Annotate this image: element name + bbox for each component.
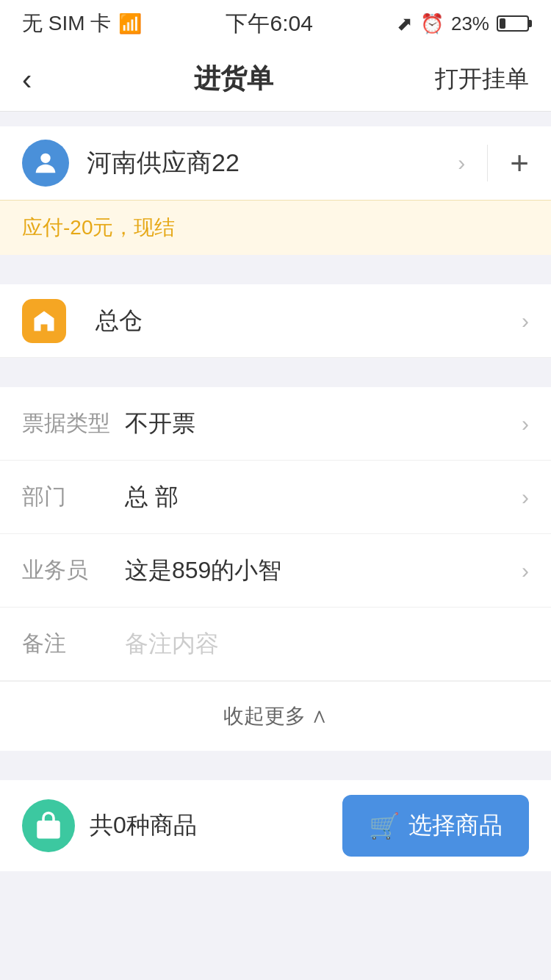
invoice-chevron-icon: › [522, 411, 529, 436]
product-count: 共0种商品 [90, 810, 342, 842]
supplier-section: 河南供应商22 › + [0, 126, 551, 200]
status-time: 下午6:04 [226, 9, 312, 39]
open-pending-button[interactable]: 打开挂单 [435, 63, 529, 96]
warehouse-icon-wrap [22, 299, 66, 343]
svg-point-0 [40, 154, 50, 163]
remark-row[interactable]: 备注 备注内容 [0, 608, 551, 681]
gap-3 [0, 358, 551, 372]
battery-icon [497, 15, 529, 32]
supplier-avatar [22, 140, 69, 187]
battery-pct: 23% [451, 12, 489, 35]
carrier-text: 无 SIM 卡 [22, 10, 111, 37]
dept-value: 总 部 [110, 481, 514, 514]
person-icon [31, 148, 60, 178]
sales-label: 业务员 [22, 555, 110, 586]
select-product-label: 选择商品 [408, 810, 503, 842]
invoice-label: 票据类型 [22, 408, 110, 439]
warehouse-name: 总仓 [96, 305, 514, 337]
dept-row[interactable]: 部门 总 部 › [0, 461, 551, 534]
add-supplier-icon[interactable]: + [510, 145, 529, 181]
bottom-bar: 共0种商品 🛒 选择商品 [0, 780, 551, 871]
status-right: ⬈ ⏰ 23% [397, 12, 529, 35]
remark-label: 备注 [22, 629, 110, 659]
warehouse-section: 总仓 › [0, 284, 551, 358]
fields-section: 票据类型 不开票 › 部门 总 部 › 业务员 这是859的小智 › 备注 备注… [0, 387, 551, 751]
status-bar: 无 SIM 卡 📶 下午6:04 ⬈ ⏰ 23% [0, 0, 551, 47]
svg-rect-1 [37, 821, 60, 839]
warehouse-row[interactable]: 总仓 › [0, 284, 551, 358]
invoice-row[interactable]: 票据类型 不开票 › [0, 387, 551, 461]
supplier-row[interactable]: 河南供应商22 › + [22, 126, 529, 200]
warehouse-chevron-icon: › [522, 309, 529, 334]
dept-chevron-icon: › [522, 485, 529, 510]
collapse-button[interactable]: 收起更多 ∧ [0, 681, 551, 751]
divider [487, 145, 488, 181]
alarm-icon: ⏰ [420, 12, 444, 35]
gap-4 [0, 751, 551, 765]
location-icon: ⬈ [397, 12, 413, 35]
collapse-label: 收起更多 ∧ [223, 705, 328, 727]
sales-row[interactable]: 业务员 这是859的小智 › [0, 534, 551, 608]
select-product-icon: 🛒 [369, 811, 400, 840]
supplier-chevron-icon: › [458, 151, 465, 176]
product-icon-wrap [22, 799, 75, 852]
house-icon [31, 308, 57, 334]
sales-chevron-icon: › [522, 558, 529, 583]
sales-value: 这是859的小智 [110, 555, 514, 587]
gap-1 [0, 112, 551, 126]
supplier-name: 河南供应商22 [87, 146, 458, 180]
nav-bar: ‹ 进货单 打开挂单 [0, 47, 551, 112]
status-left: 无 SIM 卡 📶 [22, 10, 142, 37]
dept-label: 部门 [22, 482, 110, 512]
select-product-button[interactable]: 🛒 选择商品 [342, 795, 529, 857]
notice-bar: 应付-20元，现结 [0, 200, 551, 255]
remark-placeholder: 备注内容 [110, 628, 529, 660]
notice-text: 应付-20元，现结 [22, 216, 175, 239]
invoice-value: 不开票 [110, 408, 514, 440]
supplier-actions: › + [458, 145, 529, 181]
back-button[interactable]: ‹ [22, 65, 32, 94]
gap-2 [0, 255, 551, 270]
page-title: 进货单 [194, 61, 273, 97]
footer-space [0, 871, 551, 980]
product-icon [33, 810, 64, 841]
wifi-icon: 📶 [118, 12, 142, 35]
